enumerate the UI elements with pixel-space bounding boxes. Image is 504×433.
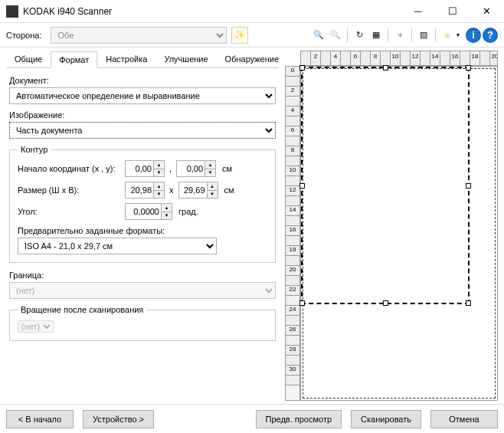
zoom-in-icon[interactable]: 🔍 xyxy=(311,28,326,43)
select-icon[interactable]: ▨ xyxy=(416,28,431,43)
image-label: Изображение: xyxy=(9,110,276,120)
angle-spinner[interactable]: ▲▼ xyxy=(125,203,172,220)
crop-icon[interactable]: ▦ xyxy=(368,28,384,43)
help-icon[interactable]: ? xyxy=(483,28,498,43)
handle-e[interactable] xyxy=(466,183,471,189)
side-select[interactable]: Обе xyxy=(51,27,227,44)
contour-legend: Контур xyxy=(18,145,51,154)
tab-общие[interactable]: Общие xyxy=(6,51,51,67)
document-label: Документ: xyxy=(9,76,276,85)
handle-ne[interactable] xyxy=(466,65,471,71)
contour-group: Контур Начало координат (x , y): ▲▼ , ▲▼… xyxy=(9,145,276,263)
ruler-horizontal: 2468101214161820 xyxy=(300,51,498,66)
handle-se[interactable] xyxy=(466,300,471,306)
tab-strip: ОбщиеФорматНастройкаУлучшениеОбнаружение xyxy=(6,51,279,68)
close-button[interactable]: ✕ xyxy=(470,0,504,23)
preview-button[interactable]: Предв. просмотр xyxy=(256,410,342,428)
top-toolbar: Сторона: Обе ✨ 🔍 🔍 ↻ ▦ ＋ ▨ ≡ ▾ i ? xyxy=(0,23,504,48)
preset-select[interactable]: ISO A4 - 21,0 x 29,7 см xyxy=(18,238,217,254)
app-icon xyxy=(6,5,18,18)
handle-nw[interactable] xyxy=(299,65,305,71)
wand-button[interactable]: ✨ xyxy=(231,27,248,44)
rotation-group: Вращение после сканирования (нет) xyxy=(9,305,276,341)
add-icon[interactable]: ＋ xyxy=(392,28,407,43)
size-unit: см xyxy=(224,185,234,195)
size-label: Размер (Ш x В): xyxy=(18,185,125,195)
device-button[interactable]: Устройство > xyxy=(83,410,154,428)
rotate-icon[interactable]: ↻ xyxy=(352,28,367,43)
angle-unit: град. xyxy=(178,207,198,216)
tab-обнаружение[interactable]: Обнаружение xyxy=(217,51,287,67)
maximize-button[interactable]: ☐ xyxy=(435,0,470,23)
zoom-out-icon[interactable]: 🔍 xyxy=(328,28,343,43)
angle-label: Угол: xyxy=(18,207,125,216)
handle-sw[interactable] xyxy=(299,300,305,306)
list-icon[interactable]: ≡ xyxy=(440,28,455,43)
minimize-button[interactable]: ─ xyxy=(401,0,435,23)
window-title: KODAK i940 Scanner xyxy=(23,6,401,17)
size-h-spinner[interactable]: ▲▼ xyxy=(178,182,218,198)
handle-n[interactable] xyxy=(383,65,388,71)
tab-настройка[interactable]: Настройка xyxy=(97,51,155,67)
border-label: Граница: xyxy=(9,271,276,280)
scan-button[interactable]: Сканировать xyxy=(351,410,421,428)
selection-box[interactable] xyxy=(301,67,470,304)
wand-icon: ✨ xyxy=(234,30,245,40)
handle-w[interactable] xyxy=(299,183,305,189)
document-select[interactable]: Автоматическое определение и выравнивани… xyxy=(9,87,276,104)
origin-x-spinner[interactable]: ▲▼ xyxy=(125,160,165,177)
preset-label: Предварительно заданные форматы: xyxy=(18,226,267,235)
tab-формат[interactable]: Формат xyxy=(51,51,97,68)
bottom-bar: < В начало Устройство > Предв. просмотр … xyxy=(0,404,504,433)
border-select[interactable]: (нет) xyxy=(9,282,276,299)
preview-canvas[interactable] xyxy=(300,66,498,401)
preview-area: 2468101214161820 02468101214161820222426… xyxy=(285,51,498,401)
begin-button[interactable]: < В начало xyxy=(6,410,74,428)
origin-y-spinner[interactable]: ▲▼ xyxy=(176,160,216,177)
info-icon[interactable]: i xyxy=(466,28,481,43)
size-w-spinner[interactable]: ▲▼ xyxy=(125,182,165,198)
ruler-vertical: 024681012141618202224262830 xyxy=(285,66,300,401)
titlebar: KODAK i940 Scanner ─ ☐ ✕ xyxy=(0,0,504,23)
rotation-select[interactable]: (нет) xyxy=(18,320,54,333)
origin-unit: см xyxy=(222,164,232,173)
handle-s[interactable] xyxy=(383,300,388,306)
rotation-legend: Вращение после сканирования xyxy=(18,305,146,314)
image-select[interactable]: Часть документа xyxy=(9,122,276,139)
tab-улучшение[interactable]: Улучшение xyxy=(155,51,216,67)
origin-label: Начало координат (x , y): xyxy=(18,164,125,173)
cancel-button[interactable]: Отмена xyxy=(430,410,498,428)
side-label: Сторона: xyxy=(6,31,41,40)
